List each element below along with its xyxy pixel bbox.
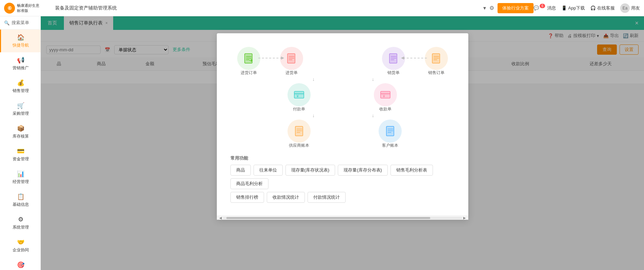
modal-scrollbar: ◀ ▶ (217, 216, 468, 220)
svg-rect-17 (294, 91, 304, 98)
system-dropdown-icon[interactable]: ▾ (483, 5, 486, 11)
payment-label: 付款单 (293, 106, 305, 112)
svg-rect-21 (381, 93, 390, 94)
guide-icon: 🎯 (17, 261, 24, 269)
modal-overlay: 进货订单 ▶ (41, 16, 644, 270)
logo-area: ⑥ 畅康通好生意 标准版 (4, 3, 45, 14)
sidebar-item-inventory[interactable]: 📦 库存核算 (0, 121, 40, 143)
sales-order-label: 销售订单 (428, 70, 445, 76)
purchase-order-circle (237, 47, 260, 70)
func-btn-receipt-stats[interactable]: 收款情况统计 (267, 192, 305, 203)
receipt-circle: ¥ (374, 83, 397, 106)
down-arrow-sales: ↓ (372, 76, 374, 82)
message-badge: 6 (540, 4, 545, 8)
func-btn-stock-status[interactable]: 现存量(库存状况表) (285, 165, 335, 176)
header-right: 💬 6 消息 📱 App下载 🎧 在线客服 Ea 用友 (534, 3, 640, 13)
purchase-order-node[interactable]: 进货订单 (237, 47, 260, 76)
common-functions-title: 常用功能 (230, 155, 455, 161)
scrollbar-track[interactable] (223, 217, 462, 219)
payment-node[interactable]: ¥ 付款单 (288, 83, 311, 112)
mobile-icon: 📱 (561, 5, 567, 11)
receipt-label: 收款单 (379, 106, 391, 112)
right-flow-group: 销货单 ◀ (382, 47, 448, 76)
marketing-icon: 📢 (17, 56, 24, 64)
supplier-ledger-node[interactable]: 供应商账本 (288, 120, 311, 148)
func-btn-stock-dist[interactable]: 现存量(库存分布表) (338, 165, 388, 176)
modal-box: 进货订单 ▶ (217, 33, 468, 220)
receipt-node[interactable]: ¥ 收款单 (374, 83, 397, 112)
sidebar-item-guide[interactable]: 🎯 新手引导 (0, 257, 40, 270)
customer-ledger-node[interactable]: 客户账本 (379, 120, 402, 148)
purchase-bill-node[interactable]: 进货单 (280, 47, 303, 76)
supplier-ledger-label: 供应商账本 (289, 143, 309, 148)
search-icon: 🔍 (4, 20, 10, 25)
sales-bill-label: 销货单 (387, 70, 400, 76)
down-arrow-purchase: ↓ (312, 76, 315, 82)
sidebar-item-enterprise[interactable]: 🤝 企业协同 (0, 234, 40, 257)
func-buttons-row1: 商品 往来单位 现存量(库存状况表) 现存量(库存分布表) 销售毛利分析表 商品… (230, 165, 455, 189)
system-icon: ⚙ (18, 216, 23, 223)
sidebar-item-purchase[interactable]: 🛒 采购管理 (0, 98, 40, 121)
purchase-bill-label: 进货单 (285, 70, 298, 76)
func-btn-goods[interactable]: 商品 (230, 165, 251, 176)
func-buttons-row2: 销售排行榜 收款情况统计 付款情况统计 (230, 192, 455, 203)
svg-text:¥: ¥ (383, 94, 385, 98)
customer-ledger-circle (379, 120, 402, 143)
sales-order-circle (425, 47, 448, 70)
sidebar-item-basic-info[interactable]: 📋 基础信息 (0, 189, 40, 212)
search-menu[interactable]: 🔍 搜索菜单 (0, 16, 40, 30)
left-flow-group: 进货订单 ▶ (237, 47, 303, 76)
svg-rect-18 (294, 93, 304, 94)
sales-order-node[interactable]: 销售订单 (425, 47, 448, 76)
svg-text:¥: ¥ (296, 94, 299, 98)
func-btn-sales-rank[interactable]: 销售排行榜 (230, 192, 264, 203)
headset-icon: 🎧 (590, 5, 596, 11)
scrollbar-left-arrow[interactable]: ◀ (218, 216, 223, 220)
func-btn-goods-profit[interactable]: 商品毛利分析 (230, 178, 268, 189)
sidebar-item-funds[interactable]: 💳 资金管理 (0, 143, 40, 166)
settings-icon[interactable]: ⚙ (489, 5, 494, 11)
down-arrows-row2: ↓ ↓ (230, 112, 455, 120)
sidebar-item-operations[interactable]: 📊 经营管理 (0, 166, 40, 189)
sales-icon: 💰 (17, 79, 24, 87)
sidebar-item-system[interactable]: ⚙ 系统管理 (0, 212, 40, 234)
trial-button[interactable]: 体验行业方案 (498, 3, 534, 13)
quick-nav-icon: 🏠 (17, 34, 24, 41)
sidebar-item-quick-nav[interactable]: 🏠 快捷导航 (0, 30, 40, 52)
func-btn-sales-profit[interactable]: 销售毛利分析表 (390, 165, 433, 176)
scrollbar-right-arrow[interactable]: ▶ (462, 216, 467, 220)
app-download-item[interactable]: 📱 App下载 (561, 5, 585, 11)
sidebar-item-marketing[interactable]: 📢 营销推广 (0, 52, 40, 75)
message-icon: 💬 (534, 5, 539, 11)
supplier-ledger-circle (288, 120, 311, 143)
sidebar: 🔍 搜索菜单 🏠 快捷导航 📢 营销推广 💰 销售管理 🛒 采购管理 📦 库存核… (0, 16, 41, 270)
arrow-right-1: ▶ (258, 58, 282, 58)
logo-icon: ⑥ (4, 3, 15, 14)
flow-diagram: 进货订单 ▶ (230, 43, 455, 152)
down-arrow-payment: ↓ (312, 113, 315, 118)
func-btn-payment-stats[interactable]: 付款情况统计 (308, 192, 346, 203)
logo-text: 畅康通好生意 标准版 (17, 3, 39, 13)
svg-rect-5 (288, 54, 295, 63)
enterprise-icon: 🤝 (17, 238, 24, 246)
arrow-left-1: ◀ (403, 58, 427, 58)
svg-rect-20 (381, 91, 390, 98)
purchase-icon: 🛒 (17, 102, 24, 109)
svg-rect-13 (432, 54, 440, 63)
purchase-order-label: 进货订单 (241, 70, 257, 76)
content-area: 首页 销售订单执行表 × × ❓ 帮助 🖨 按模板打印 ▾ 📤 导出 (41, 16, 644, 270)
payment-circle: ¥ (288, 83, 311, 106)
sales-bill-node[interactable]: 销货单 (382, 47, 405, 76)
svg-rect-23 (295, 126, 303, 136)
common-functions: 常用功能 商品 往来单位 现存量(库存状况表) 现存量(库存分布表) 销售毛利分… (230, 155, 455, 203)
operations-icon: 📊 (17, 170, 24, 178)
down-arrow-receipt: ↓ (372, 113, 374, 118)
bottom-flow-row: 供应商账本 客户账本 (230, 120, 455, 148)
func-btn-contacts[interactable]: 往来单位 (254, 165, 283, 176)
sidebar-item-sales[interactable]: 💰 销售管理 (0, 75, 40, 98)
middle-flow-row: ¥ 付款单 ¥ 收款单 (230, 83, 455, 112)
modal-content: 进货订单 ▶ (217, 33, 468, 216)
message-item[interactable]: 💬 6 消息 (534, 5, 556, 11)
user-item[interactable]: Ea 用友 (620, 3, 640, 13)
online-service-item[interactable]: 🎧 在线客服 (590, 5, 615, 11)
